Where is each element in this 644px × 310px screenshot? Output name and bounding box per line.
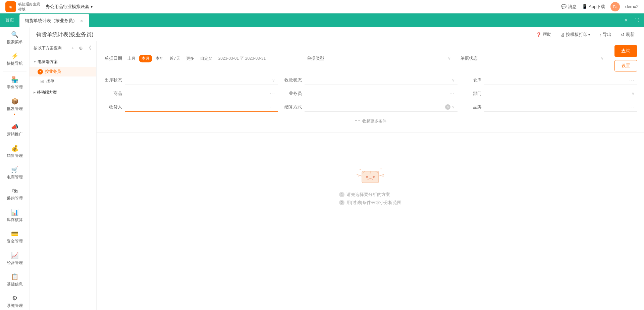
receipt-status-label: 收款状态 bbox=[283, 77, 302, 83]
tip-num-2: 2 bbox=[339, 200, 344, 205]
filter-item-payment: 结算方式 ✕ ∨ bbox=[283, 102, 458, 112]
tab-home[interactable]: 首页 bbox=[0, 13, 19, 27]
export-button[interactable]: ↑ 导出 bbox=[597, 30, 614, 39]
scheme-add-button[interactable]: + bbox=[69, 45, 76, 51]
sidebar-item-operations[interactable]: 📈 经营管理 bbox=[1, 248, 28, 269]
doc-status-control[interactable]: ∨ bbox=[480, 54, 606, 63]
tab-maximize-button[interactable]: ⛶ bbox=[632, 15, 641, 25]
brand-control[interactable]: ··· bbox=[484, 102, 637, 112]
date-tab-this-month[interactable]: 本月 bbox=[139, 55, 152, 62]
tab-close-icon[interactable]: ✕ bbox=[79, 18, 84, 23]
date-tab-this-year[interactable]: 本年 bbox=[153, 55, 166, 62]
inventory-icon: 📊 bbox=[11, 209, 18, 216]
warehouse-label: 仓库 bbox=[463, 77, 482, 83]
scheme-sub-item-by-order[interactable]: ⊞ 按单 bbox=[30, 76, 96, 86]
tip-num-1: 1 bbox=[339, 192, 344, 197]
sidebar-item-label: 销售管理 bbox=[7, 153, 23, 159]
sidebar-item-sales[interactable]: 💰 销售管理 bbox=[1, 141, 28, 162]
date-range-display: 2023-03-01 至 2023-03-31 bbox=[218, 56, 266, 61]
sidebar-item-label: 快捷导航 bbox=[7, 61, 23, 66]
chevron-down-icon: ∨ bbox=[601, 56, 604, 61]
consignee-label: 收货人 bbox=[103, 104, 122, 110]
app-download-button[interactable]: 📱 App下载 bbox=[582, 4, 605, 10]
scheme-collapse-button[interactable]: 《 bbox=[86, 45, 92, 51]
help-button[interactable]: ❓ 帮助 bbox=[533, 30, 554, 39]
filter-item-staff: 业务员 ··· bbox=[283, 89, 458, 98]
empty-state: 1 请先选择要分析的方案 2 用[过滤]条件来缩小分析范围 bbox=[97, 133, 644, 232]
goods-inner: ··· bbox=[127, 91, 275, 97]
consignee-control[interactable]: ··· bbox=[125, 102, 278, 112]
content-area: 销货单统计表(按业务员) ❓ 帮助 🖨 按模板打印 ▾ ↑ 导出 bbox=[30, 27, 644, 310]
user-name[interactable]: demo2 bbox=[625, 4, 639, 9]
ship-status-control[interactable]: ∨ bbox=[125, 75, 278, 85]
staff-control[interactable]: ··· bbox=[305, 89, 458, 98]
sidebar-item-basic-info[interactable]: 📋 基础信息 bbox=[1, 270, 28, 291]
sidebar-item-wholesale[interactable]: 📦 批发管理 ▲ bbox=[1, 94, 28, 119]
tab-close-all-button[interactable]: ✕ bbox=[621, 15, 631, 25]
finance-icon: 💳 bbox=[11, 230, 18, 238]
sidebar-item-purchase[interactable]: 🛍 采购管理 bbox=[1, 184, 28, 205]
sidebar-item-label: 搜索菜单 bbox=[7, 39, 23, 45]
payment-inner: ✕ ∨ bbox=[307, 104, 455, 110]
sidebar-item-inventory[interactable]: 📊 库存核算 bbox=[1, 205, 28, 226]
scheme-item-by-staff[interactable]: ● 按业务员 bbox=[30, 67, 96, 76]
filter-row-4: 收货人 ··· 结算方式 bbox=[103, 102, 637, 112]
date-label: 单据日期 bbox=[103, 55, 122, 61]
collapse-up-icon: ⌃⌃ bbox=[354, 119, 361, 124]
ecommerce-icon: 🛒 bbox=[11, 166, 18, 173]
logo-area[interactable]: 畅 畅捷通好生意 标版 bbox=[5, 1, 40, 12]
user-avatar[interactable]: Ea bbox=[610, 2, 620, 11]
goods-control[interactable]: ··· bbox=[125, 89, 278, 98]
dept-control[interactable]: ∨ bbox=[484, 89, 637, 98]
query-button[interactable]: 查询 bbox=[614, 45, 637, 57]
scheme-group-header-mobile[interactable]: ▶ 移动端方案 bbox=[30, 88, 96, 97]
date-tab-custom[interactable]: 自定义 bbox=[198, 55, 215, 62]
doc-type-label: 单据类型 bbox=[306, 55, 324, 61]
sidebar-item-finance[interactable]: 💳 资金管理 bbox=[1, 227, 28, 248]
scheme-group-label: 移动端方案 bbox=[37, 90, 57, 95]
export-icon: ↑ bbox=[599, 32, 602, 37]
sidebar-item-search[interactable]: 🔍 搜索菜单 bbox=[1, 28, 28, 48]
sidebar-item-label: 零售管理 bbox=[7, 85, 23, 90]
payment-clear-icon[interactable]: ✕ bbox=[445, 104, 450, 110]
scheme-settings-button[interactable]: ⊕ bbox=[77, 45, 84, 51]
empty-illustration bbox=[354, 159, 387, 186]
doc-type-control[interactable]: ∨ bbox=[327, 54, 453, 63]
app-selector[interactable]: 办公用品行业模拟账套 ▾ bbox=[43, 2, 96, 11]
sidebar-item-label: 基础信息 bbox=[7, 281, 23, 287]
message-icon: 💬 bbox=[561, 4, 567, 9]
tab-sales-stat[interactable]: 销货单统计表（按业务员） ✕ bbox=[19, 14, 89, 28]
scheme-group-mobile: ▶ 移动端方案 bbox=[30, 88, 96, 97]
tab-bar: 首页 销货单统计表（按业务员） ✕ ✕ ⛶ bbox=[0, 13, 644, 27]
collapse-filters-button[interactable]: ⌃⌃ 收起更多条件 bbox=[350, 117, 390, 125]
message-button[interactable]: 💬 消息 bbox=[561, 4, 577, 10]
filter-row-2: 出库状态 ∨ 收款状态 bbox=[103, 75, 637, 85]
sidebar-item-system[interactable]: ⚙ 系统管理 bbox=[1, 291, 28, 310]
receipt-status-control[interactable]: ∨ bbox=[305, 75, 458, 85]
main-layout: 🔍 搜索菜单 ⚡ 快捷导航 🏪 零售管理 📦 批发管理 ▲ 📣 营销推广 bbox=[0, 27, 644, 310]
print-icon: 🖨 bbox=[561, 32, 565, 37]
date-tab-last-7[interactable]: 近7天 bbox=[167, 55, 183, 62]
brand-label: 品牌 bbox=[463, 104, 482, 110]
page-content: 按以下方案查询 + ⊕ 《 ▼ 电脑端方案 bbox=[30, 41, 644, 310]
filter-item-doc-type: 单据类型 ∨ bbox=[306, 54, 453, 63]
scheme-panel-header: 按以下方案查询 + ⊕ 《 bbox=[30, 41, 96, 55]
scheme-group-label: 电脑端方案 bbox=[38, 59, 58, 65]
chevron-down-icon: ∨ bbox=[632, 91, 635, 96]
print-button[interactable]: 🖨 按模板打印 ▾ bbox=[558, 30, 593, 39]
scheme-group-header-desktop[interactable]: ▼ 电脑端方案 bbox=[30, 57, 96, 67]
warehouse-control[interactable]: ··· bbox=[484, 75, 637, 85]
date-tab-more[interactable]: 更多 bbox=[183, 55, 197, 62]
settings-button[interactable]: 设置 bbox=[614, 60, 637, 71]
payment-control[interactable]: ✕ ∨ bbox=[305, 102, 458, 112]
system-icon: ⚙ bbox=[12, 295, 17, 302]
tab-sales-stat-label: 销货单统计表（按业务员） bbox=[25, 18, 77, 24]
sidebar-item-quick-nav[interactable]: ⚡ 快捷导航 bbox=[1, 49, 28, 70]
refresh-button[interactable]: ↺ 刷新 bbox=[618, 30, 637, 39]
tab-bar-actions: ✕ ⛶ bbox=[621, 15, 644, 25]
date-tab-last-month[interactable]: 上月 bbox=[125, 55, 138, 62]
sidebar-item-retail[interactable]: 🏪 零售管理 bbox=[1, 73, 28, 94]
dept-label: 部门 bbox=[463, 91, 482, 97]
sidebar-item-ecommerce[interactable]: 🛒 电商管理 bbox=[1, 163, 28, 184]
sidebar-item-marketing[interactable]: 📣 营销推广 bbox=[1, 120, 28, 141]
